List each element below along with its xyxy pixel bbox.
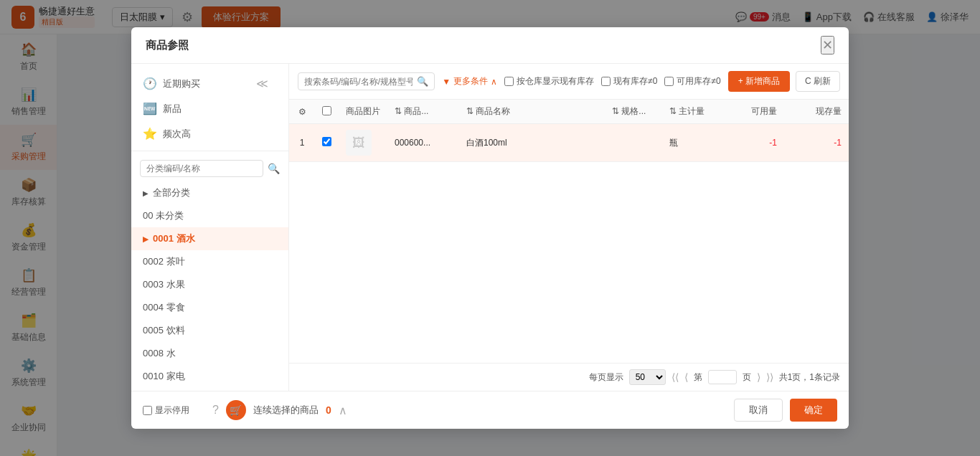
- sort-icon: ⇅: [395, 106, 402, 116]
- table-row[interactable]: 1 🖼 000600...: [289, 124, 849, 162]
- first-page-btn[interactable]: ⟨⟨: [672, 371, 679, 383]
- table-header: ⚙ 商品图片 ⇅ 商品...: [289, 100, 849, 124]
- sort-icon: ⇅: [612, 106, 619, 116]
- last-page-btn[interactable]: ⟩⟩: [766, 371, 773, 383]
- pagination-bar: 每页显示 50 20 100 ⟨⟨ ⟨ 第 1 页 ⟩ ⟩⟩ 共1页，1条记录: [289, 363, 849, 391]
- cart-icon: 🛒: [226, 400, 246, 420]
- warehouse-stock-checkbox[interactable]: [504, 77, 514, 86]
- arrow-icon: ▶: [143, 235, 149, 243]
- product-search-box[interactable]: 🔍: [298, 72, 435, 90]
- total-label: 共1页，1条记录: [779, 371, 840, 384]
- footer-collapse-icon[interactable]: ∧: [339, 404, 347, 417]
- col-stock-header: 现存量: [784, 100, 849, 124]
- row-stock: -1: [784, 124, 849, 162]
- refresh-btn[interactable]: C 刷新: [796, 71, 840, 92]
- freq-icon: ⭐: [143, 127, 157, 141]
- sort-icon: ⇅: [466, 106, 473, 116]
- category-item-0010[interactable]: 0010 家电: [131, 365, 288, 384]
- footer-right: 取消 确定: [734, 399, 837, 422]
- current-stock-checkbox-label[interactable]: 现有库存≠0: [601, 75, 657, 87]
- add-product-btn[interactable]: + 新增商品: [728, 71, 790, 92]
- product-table: ⚙ 商品图片 ⇅ 商品...: [289, 100, 849, 162]
- col-num-header: ⚙: [289, 100, 315, 124]
- freq-btn[interactable]: ⭐ 频次高: [131, 121, 288, 146]
- modal-body: 🕐 近期购买 ≪ 🆕 新品 ⭐ 频次高 🔍: [131, 64, 849, 391]
- category-search-row: 🔍: [131, 156, 288, 181]
- product-table-wrap: ⚙ 商品图片 ⇅ 商品...: [289, 100, 849, 363]
- row-spec: [605, 124, 662, 162]
- modal-title: 商品参照: [146, 39, 189, 52]
- warehouse-stock-checkbox-label[interactable]: 按仓库显示现有库存: [504, 75, 594, 87]
- modal-close-button[interactable]: ✕: [821, 36, 834, 54]
- category-item-0003[interactable]: 0003 水果: [131, 273, 288, 296]
- arrow-icon: ▶: [143, 189, 149, 197]
- help-icon[interactable]: ?: [212, 404, 219, 417]
- row-img: 🖼: [339, 124, 387, 162]
- next-page-btn[interactable]: ⟩: [757, 371, 760, 383]
- category-search-icon[interactable]: 🔍: [268, 163, 280, 174]
- row-unit: 瓶: [662, 124, 720, 162]
- new-product-btn[interactable]: 🆕 新品: [131, 96, 288, 121]
- per-page-select[interactable]: 50 20 100: [629, 369, 666, 385]
- sort-icon: ⇅: [669, 106, 677, 116]
- modal-left-panel: 🕐 近期购买 ≪ 🆕 新品 ⭐ 频次高 🔍: [131, 64, 289, 391]
- col-code-header[interactable]: ⇅ 商品...: [387, 100, 459, 124]
- col-spec-header[interactable]: ⇅ 规格...: [605, 100, 662, 124]
- category-item-00[interactable]: 00 未分类: [131, 204, 288, 227]
- category-list: ▶ 全部分类 00 未分类 ▶ 0001 酒水 0002 茶叶 0003 水果: [131, 181, 288, 384]
- product-reference-modal: 商品参照 ✕ 🕐 近期购买 ≪ 🆕 新品 ⭐ 频次高: [131, 27, 849, 429]
- filter-icon: ▼: [442, 77, 451, 87]
- settings-icon[interactable]: ⚙: [298, 107, 306, 117]
- collapse-btn[interactable]: ≪: [256, 77, 277, 90]
- modal-toolbar: 🔍 ▼ 更多条件 ∧ 按仓库显示现有库存 现有库存≠0: [289, 64, 849, 100]
- category-item-0002[interactable]: 0002 茶叶: [131, 250, 288, 273]
- avail-stock-checkbox[interactable]: [664, 77, 674, 86]
- recent-icon: 🕐: [143, 77, 157, 90]
- category-search-input[interactable]: [140, 160, 263, 177]
- avail-stock-checkbox-label[interactable]: 可用库存≠0: [664, 75, 720, 87]
- product-search-icon[interactable]: 🔍: [417, 76, 428, 87]
- modal-overlay: 商品参照 ✕ 🕐 近期购买 ≪ 🆕 新品 ⭐ 频次高: [0, 0, 980, 456]
- col-unit-header[interactable]: ⇅ 主计量: [662, 100, 720, 124]
- toolbar-right: + 新增商品 C 刷新: [728, 71, 840, 92]
- category-item-0001[interactable]: ▶ 0001 酒水: [131, 227, 288, 250]
- cart-count: 0: [326, 404, 331, 416]
- product-search-input[interactable]: [304, 77, 413, 87]
- footer-mid: ? 🛒 连续选择的商品 0 ∧: [212, 400, 347, 420]
- row-num: 1: [289, 124, 315, 162]
- filter-arrow-icon: ∧: [491, 77, 497, 87]
- row-avail: -1: [720, 124, 784, 162]
- category-item-0008[interactable]: 0008 水: [131, 342, 288, 365]
- page-number-input[interactable]: 1: [708, 370, 737, 384]
- category-item-0004[interactable]: 0004 零食: [131, 296, 288, 319]
- col-name-header[interactable]: ⇅ 商品名称: [459, 100, 605, 124]
- new-icon: 🆕: [143, 102, 157, 115]
- category-item-0005[interactable]: 0005 饮料: [131, 319, 288, 342]
- filter-btn[interactable]: ▼ 更多条件 ∧: [442, 75, 497, 87]
- cancel-btn[interactable]: 取消: [734, 399, 783, 422]
- divider: [131, 151, 288, 151]
- product-image: 🖼: [346, 130, 372, 156]
- show-disabled-checkbox[interactable]: [143, 406, 152, 415]
- category-item-all[interactable]: ▶ 全部分类: [131, 181, 288, 204]
- row-code: 000600...: [387, 124, 459, 162]
- row-name: 白酒100ml: [459, 124, 605, 162]
- modal-right-panel: 🔍 ▼ 更多条件 ∧ 按仓库显示现有库存 现有库存≠0: [289, 64, 849, 391]
- recent-purchase-btn[interactable]: 🕐 近期购买 ≪: [131, 71, 288, 96]
- row-checkbox-cell[interactable]: [315, 124, 339, 162]
- col-checkbox-header[interactable]: [315, 100, 339, 124]
- row-checkbox[interactable]: [322, 137, 331, 146]
- modal-footer: 显示停用 ? 🛒 连续选择的商品 0 ∧ 取消 确定: [131, 391, 849, 429]
- prev-page-btn[interactable]: ⟨: [684, 371, 688, 383]
- table-body: 1 🖼 000600...: [289, 124, 849, 162]
- col-avail-header: 可用量: [720, 100, 784, 124]
- confirm-btn[interactable]: 确定: [790, 399, 837, 422]
- col-img-header: 商品图片: [339, 100, 387, 124]
- show-disabled-label[interactable]: 显示停用: [143, 404, 189, 417]
- select-all-checkbox[interactable]: [322, 106, 331, 115]
- current-stock-checkbox[interactable]: [601, 77, 611, 86]
- modal-header: 商品参照 ✕: [131, 27, 849, 64]
